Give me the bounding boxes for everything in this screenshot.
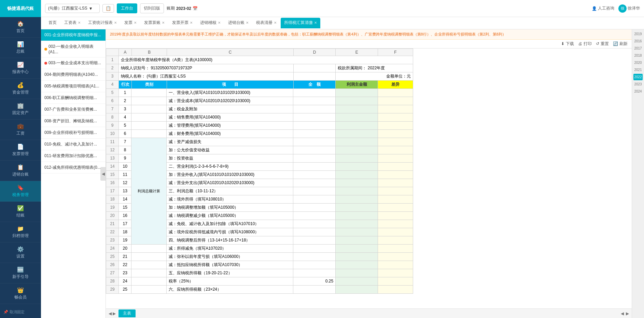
diff-cell[interactable]: [378, 285, 413, 293]
close-tab-tax-clear[interactable]: ✕: [274, 21, 277, 25]
sidebar-item-report[interactable]: 📈 报表中心: [0, 58, 41, 79]
left-item-001[interactable]: 001-企业所得税年度纳税申报...: [41, 29, 106, 41]
profit-cell[interactable]: [336, 277, 378, 285]
tab-tax-clear[interactable]: 税表清册 ✕: [253, 18, 280, 28]
left-item-006[interactable]: 006-职工薪酬纳税调整明细...: [41, 92, 106, 104]
jine-cell[interactable]: [293, 170, 336, 179]
jine-cell[interactable]: [293, 138, 336, 146]
nav-arrows[interactable]: ◀ ▶: [109, 311, 116, 316]
profit-cell[interactable]: [336, 138, 378, 146]
sidebar-item-member[interactable]: 👑 畅会员: [0, 284, 41, 304]
reset-button[interactable]: ↺ 重置: [596, 41, 609, 47]
sidebar-item-archive[interactable]: 📁 归档管理: [0, 222, 41, 243]
sidebar-item-sales[interactable]: 📋 进销台账: [0, 161, 41, 181]
profit-cell[interactable]: [336, 211, 378, 220]
jine-cell[interactable]: [293, 211, 336, 220]
close-tab-income-tax[interactable]: ✕: [314, 21, 317, 25]
xiangmu-cell[interactable]: 减：管理费用(填写A104000): [167, 121, 293, 129]
switch-old-button[interactable]: 切到旧版: [140, 3, 164, 13]
close-tab-salary-report[interactable]: ✕: [114, 21, 117, 25]
diff-cell[interactable]: [378, 146, 413, 154]
timeline-year-2018[interactable]: 2018: [633, 52, 642, 59]
jine-cell[interactable]: [293, 129, 336, 138]
jine-cell[interactable]: [293, 252, 336, 261]
xiangmu-cell[interactable]: 二、营业利润(1-2-3-4-5-6-7-8+9): [167, 162, 293, 170]
left-item-007[interactable]: 007-广告费和业务宣传费摊...: [41, 104, 106, 115]
diff-cell[interactable]: [378, 228, 413, 236]
diff-cell[interactable]: [378, 244, 413, 252]
sidebar-item-guide[interactable]: 🆕 新手引导: [0, 263, 41, 284]
jine-cell[interactable]: [293, 97, 336, 105]
jine-cell[interactable]: 0.25: [293, 277, 336, 285]
jine-cell[interactable]: [293, 105, 336, 113]
xiangmu-cell[interactable]: 减：境外所得（填写A108010）: [167, 195, 293, 203]
profit-cell[interactable]: [336, 252, 378, 261]
diff-cell[interactable]: [378, 129, 413, 138]
xiangmu-cell[interactable]: 减：财务费用(填写A104000): [167, 129, 293, 138]
profit-cell[interactable]: [336, 220, 378, 228]
spreadsheet-container[interactable]: A B C D E F 1 企业所得税年度纳税申报表（A类）主表(A100000…: [106, 49, 632, 309]
diff-cell[interactable]: [378, 121, 413, 129]
profit-cell[interactable]: [336, 236, 378, 244]
left-item-010[interactable]: 010-免税、减计收入及加计...: [41, 139, 106, 150]
xiangmu-cell[interactable]: 四、纳税调整后所得（13-14+15-16-17+18）: [167, 236, 293, 244]
profit-cell[interactable]: [336, 195, 378, 203]
jine-cell[interactable]: [293, 244, 336, 252]
left-item-005[interactable]: 005-纳税调整项目明细表(A1...: [41, 81, 106, 92]
xiangmu-cell[interactable]: 减：税金及附加: [167, 105, 293, 113]
left-item-004[interactable]: 004-期间费用明细表(A1040...: [41, 69, 106, 81]
timeline-year-2024[interactable]: 2024: [633, 88, 642, 95]
diff-cell[interactable]: [378, 252, 413, 261]
close-tab-sales-ledger[interactable]: ✕: [246, 21, 249, 25]
profit-cell[interactable]: [336, 154, 378, 162]
jine-cell[interactable]: [293, 285, 336, 293]
diff-cell[interactable]: [378, 211, 413, 220]
jine-cell[interactable]: [293, 195, 336, 203]
left-item-003[interactable]: 003-一般企业成本支出明细...: [41, 57, 106, 69]
jine-cell[interactable]: [293, 146, 336, 154]
xiangmu-cell[interactable]: 减：抵扣应纳税所得额（填写A107030）: [167, 261, 293, 269]
profit-cell[interactable]: [336, 261, 378, 269]
profit-cell[interactable]: [336, 113, 378, 121]
tab-invoice[interactable]: 发票 ✕: [121, 18, 140, 28]
diff-cell[interactable]: [378, 105, 413, 113]
tab-home[interactable]: 首页: [45, 18, 60, 28]
tab-income-tax[interactable]: 所得税汇算清缴 ✕: [281, 18, 320, 28]
timeline-year-2017[interactable]: 2017: [633, 45, 642, 52]
jine-cell[interactable]: [293, 269, 336, 277]
xiangmu-cell[interactable]: 减：所得减免（填写A107020）: [167, 244, 293, 252]
jine-cell[interactable]: [293, 154, 336, 162]
user-area[interactable]: 徐 徐泽华: [618, 4, 640, 13]
xiangmu-cell[interactable]: 加：投资收益: [167, 154, 293, 162]
sidebar-item-home[interactable]: 🏠 首页: [0, 17, 41, 38]
diff-cell[interactable]: [378, 97, 413, 105]
diff-cell[interactable]: [378, 138, 413, 146]
scroll-left-btn[interactable]: ◀: [621, 311, 624, 316]
xiangmu-cell[interactable]: 加：纳税调整增加额（填写A105000）: [167, 203, 293, 211]
diff-cell[interactable]: [378, 162, 413, 170]
xiangmu-cell[interactable]: 三、利润总额（10-11-12）: [167, 187, 293, 195]
cancel-fixed-button[interactable]: 📌 取消固定: [0, 306, 41, 318]
jine-cell[interactable]: [293, 220, 336, 228]
tab-salary-report[interactable]: 工资统计报表 ✕: [85, 18, 120, 28]
diff-cell[interactable]: [378, 236, 413, 244]
xiangmu-cell[interactable]: 减：纳税调整减少额（填写A105000）: [167, 211, 293, 220]
close-tab-invoice-calc[interactable]: ✕: [162, 21, 165, 25]
scroll-right-btn[interactable]: ▶: [626, 311, 629, 316]
tab-sales-ledger[interactable]: 进销台账 ✕: [225, 18, 252, 28]
profit-cell[interactable]: [336, 269, 378, 277]
close-tab-invoice[interactable]: ✕: [134, 21, 137, 25]
jine-cell[interactable]: [293, 113, 336, 121]
diff-cell[interactable]: [378, 203, 413, 211]
jine-cell[interactable]: [293, 162, 336, 170]
sidebar-item-fund[interactable]: 💰 资金管理: [0, 79, 41, 99]
refresh-button[interactable]: 🔄 刷新: [613, 41, 628, 47]
profit-cell[interactable]: [336, 162, 378, 170]
profit-cell[interactable]: [336, 97, 378, 105]
document-icon-btn[interactable]: 📋: [102, 4, 114, 13]
xiangmu-cell[interactable]: 税率（25%）: [167, 277, 293, 285]
xiangmu-cell[interactable]: 减：资产减值损失: [167, 138, 293, 146]
diff-cell[interactable]: [378, 113, 413, 121]
diff-cell[interactable]: [378, 269, 413, 277]
support-btn[interactable]: 👤 人工咨询: [592, 5, 614, 11]
